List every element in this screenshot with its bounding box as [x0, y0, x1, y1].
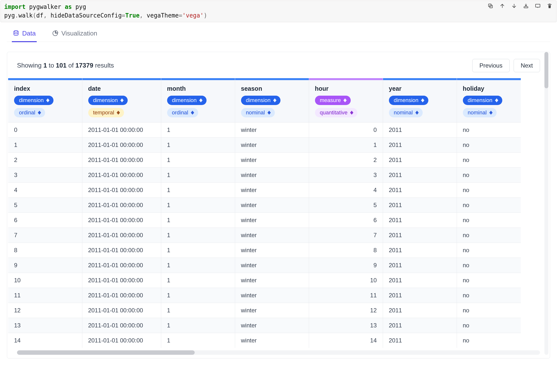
cell-date: 2011-01-01 00:00:00	[82, 273, 161, 288]
column-header-index: indexdimensionordinal	[8, 78, 82, 123]
results-from: 1	[43, 62, 47, 69]
role-pill[interactable]: measure	[315, 96, 351, 105]
cell-year: 2011	[383, 228, 457, 243]
results-to: 101	[56, 62, 67, 69]
cell-index: 8	[8, 243, 82, 258]
results-suffix: results	[93, 62, 114, 69]
type-pill[interactable]: quantitative	[315, 108, 358, 117]
tab-data[interactable]: Data	[12, 26, 37, 42]
cell-date: 2011-01-01 00:00:00	[82, 167, 161, 182]
cell-hour: 6	[309, 213, 383, 228]
type-pill[interactable]: nominal	[389, 108, 423, 117]
move-down-icon[interactable]	[511, 3, 517, 9]
token-alias: pyg	[75, 3, 86, 10]
cell-holiday: no	[457, 167, 521, 182]
cell-index: 14	[8, 333, 82, 348]
cell-date: 2011-01-01 00:00:00	[82, 197, 161, 213]
type-pill[interactable]: nominal	[241, 108, 275, 117]
cell-holiday: no	[457, 303, 521, 318]
cell-month: 1	[161, 303, 235, 318]
cell-hour: 12	[309, 303, 383, 318]
type-pill[interactable]: temporal	[88, 108, 124, 117]
cell-season: winter	[235, 213, 309, 228]
cell-month: 1	[161, 152, 235, 167]
cell-season: winter	[235, 303, 309, 318]
column-header-date: datedimensiontemporal	[82, 78, 161, 123]
token-kwarg: hideDataSourceConfig	[51, 12, 122, 19]
column-name: season	[241, 85, 303, 92]
results-prefix: Showing	[17, 62, 43, 69]
token-keyword: as	[65, 3, 72, 10]
table-scroll[interactable]: indexdimensionordinaldatedimensiontempor…	[8, 78, 549, 348]
role-pill[interactable]: dimension	[463, 96, 502, 105]
cell-index: 11	[8, 288, 82, 303]
vertical-scrollbar[interactable]	[544, 52, 548, 355]
vertical-scrollbar-thumb[interactable]	[544, 52, 548, 88]
cell-date: 2011-01-01 00:00:00	[82, 228, 161, 243]
cell-season: winter	[235, 197, 309, 213]
cell-date: 2011-01-01 00:00:00	[82, 152, 161, 167]
previous-button[interactable]: Previous	[472, 59, 509, 72]
table-row: 02011-01-01 00:00:001winter02011no	[8, 122, 521, 137]
panel-header: Showing 1 to 101 of 17379 results Previo…	[7, 52, 550, 78]
horizontal-scrollbar-thumb[interactable]	[17, 350, 195, 355]
tab-visualization[interactable]: Visualization	[51, 26, 98, 42]
type-pill[interactable]: ordinal	[167, 108, 198, 117]
cell-year: 2011	[383, 303, 457, 318]
table-row: 72011-01-01 00:00:001winter72011no	[8, 228, 521, 243]
token-kwarg: vegaTheme	[147, 12, 179, 19]
cell-hour: 14	[309, 333, 383, 348]
type-pill[interactable]: ordinal	[14, 108, 45, 117]
cell-index: 9	[8, 258, 82, 273]
role-pill[interactable]: dimension	[14, 96, 53, 105]
code-line-1: import pygwalker as pyg	[4, 3, 553, 11]
cell-hour: 3	[309, 167, 383, 182]
code-cell[interactable]: import pygwalker as pyg pyg.walk(df, hid…	[0, 0, 557, 22]
token-string: 'vega'	[182, 12, 204, 19]
type-pill[interactable]: nominal	[463, 108, 497, 117]
cell-year: 2011	[383, 152, 457, 167]
role-pill[interactable]: dimension	[88, 96, 128, 105]
present-icon[interactable]	[535, 3, 541, 9]
cell-hour: 5	[309, 197, 383, 213]
cell-season: winter	[235, 318, 309, 333]
token-func: walk	[18, 12, 33, 19]
column-header-hour: hourmeasurequantitative	[309, 78, 383, 123]
cell-date: 2011-01-01 00:00:00	[82, 318, 161, 333]
cell-hour: 9	[309, 258, 383, 273]
cell-year: 2011	[383, 122, 457, 137]
cell-index: 2	[8, 152, 82, 167]
cell-season: winter	[235, 152, 309, 167]
cell-year: 2011	[383, 258, 457, 273]
copy-icon[interactable]	[487, 3, 494, 9]
cell-holiday: no	[457, 333, 521, 348]
cell-year: 2011	[383, 318, 457, 333]
chart-pie-icon	[52, 30, 58, 36]
insert-below-icon[interactable]	[523, 3, 529, 9]
role-pill[interactable]: dimension	[167, 96, 207, 105]
column-header-season: seasondimensionnominal	[235, 78, 309, 123]
table-row: 122011-01-01 00:00:001winter122011no	[8, 303, 521, 318]
table-row: 12011-01-01 00:00:001winter12011no	[8, 137, 521, 152]
table-row: 42011-01-01 00:00:001winter42011no	[8, 182, 521, 197]
cell-holiday: no	[457, 152, 521, 167]
cell-month: 1	[161, 243, 235, 258]
next-button[interactable]: Next	[514, 59, 540, 72]
cell-date: 2011-01-01 00:00:00	[82, 137, 161, 152]
column-header-holiday: holidaydimensionnominal	[457, 78, 521, 123]
cell-year: 2011	[383, 182, 457, 197]
horizontal-scrollbar[interactable]	[17, 350, 540, 355]
cell-index: 7	[8, 228, 82, 243]
role-pill[interactable]: dimension	[389, 96, 428, 105]
cell-month: 1	[161, 197, 235, 213]
cell-holiday: no	[457, 258, 521, 273]
cell-date: 2011-01-01 00:00:00	[82, 258, 161, 273]
cell-season: winter	[235, 122, 309, 137]
role-pill[interactable]: dimension	[241, 96, 280, 105]
cell-hour: 8	[309, 243, 383, 258]
cell-hour: 7	[309, 228, 383, 243]
cell-month: 1	[161, 167, 235, 182]
trash-icon[interactable]	[546, 3, 553, 9]
token-module: pygwalker	[29, 3, 61, 10]
move-up-icon[interactable]	[499, 3, 505, 9]
